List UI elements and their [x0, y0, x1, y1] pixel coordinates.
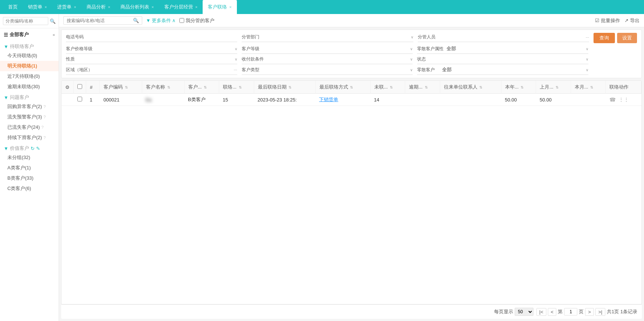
sidebar-search-icon[interactable]: 🔍	[50, 18, 56, 24]
prev-page-btn[interactable]: <	[548, 308, 557, 316]
export-btn[interactable]: ↗ 导出	[624, 17, 640, 24]
select-all-checkbox[interactable]	[77, 84, 82, 89]
customer-type-select[interactable]: ∨	[267, 68, 413, 72]
row-select-checkbox[interactable]	[77, 97, 82, 101]
col-last-month[interactable]: 上月... ⇅	[536, 81, 571, 94]
price-level-select[interactable]: ∨	[95, 47, 237, 51]
row-last-date: 2023-05-23 18:25:	[254, 94, 315, 106]
last-page-btn[interactable]: >|	[595, 308, 605, 316]
nav-close-icon[interactable]: ×	[108, 5, 110, 9]
sidebar-item-today[interactable]: 今天待联络(0)	[0, 51, 59, 61]
col-not-contacted[interactable]: 未联... ⇅	[370, 81, 405, 94]
nav-home[interactable]: 首页	[3, 0, 23, 14]
col-this-month[interactable]: 本月... ⇅	[571, 81, 606, 94]
filter-status[interactable]: 状态 ∨	[417, 56, 588, 64]
page-suffix: 页	[579, 308, 584, 315]
chevron-down-icon: ∨	[586, 68, 588, 72]
sidebar-item-type-a[interactable]: A类客户(1)	[0, 163, 59, 173]
filter-customer-type[interactable]: 客户类型 ∨	[242, 67, 413, 75]
phone-input[interactable]	[91, 35, 237, 40]
table-row: 1 000021 Ea B类客户 15 2023-05-23 18:25: 下销…	[62, 94, 641, 106]
row-type: B类客户	[184, 94, 219, 106]
retail-customer-select[interactable]: 全部 ∨	[442, 66, 588, 73]
page-input[interactable]	[564, 308, 577, 315]
query-button[interactable]: 查询	[594, 33, 615, 43]
col-checkbox[interactable]	[74, 81, 86, 94]
col-overdue[interactable]: 逾期... ⇅	[405, 81, 440, 94]
row-checkbox[interactable]	[74, 94, 86, 106]
status-select[interactable]: ∨	[442, 57, 588, 61]
more-action-icon[interactable]: ⋮⋮	[619, 97, 629, 103]
nav-close-icon[interactable]: ×	[151, 5, 154, 9]
nav-close-icon[interactable]: ×	[195, 5, 197, 9]
sidebar-item-overdue[interactable]: 逾期未联络(30)	[0, 82, 59, 92]
nav-sales[interactable]: 销货单 ×	[23, 0, 52, 14]
arrow-icon: ▼	[4, 95, 8, 100]
nature-select[interactable]: ∨	[91, 57, 237, 61]
filter-retail-customer[interactable]: 零散客户 全部 ∨	[417, 66, 588, 75]
col-name[interactable]: 客户名称 ⇅	[142, 81, 184, 94]
top-nav: 首页 销货单 × 进货单 × 商品分析 × 商品分析列表 × 客户分层经营 × …	[0, 0, 644, 14]
search-icon[interactable]: 🔍	[133, 18, 139, 23]
nav-goods-analysis[interactable]: 商品分析 ×	[81, 0, 115, 14]
nav-customer-contact[interactable]: 客户联络 ×	[203, 0, 237, 14]
more-conditions-btn[interactable]: ▼ 更多条件 ∧	[146, 17, 176, 24]
chevron-down-icon: ∨	[410, 57, 413, 61]
filter-payment[interactable]: 收付款条件 ∨	[242, 56, 413, 64]
nav-purchase[interactable]: 进货单 ×	[52, 0, 81, 14]
nav-close-icon[interactable]: ×	[74, 5, 76, 9]
sidebar-item-repurchase-abnormal[interactable]: 回购异常客户(2) ?	[0, 101, 59, 112]
payment-select[interactable]: ∨	[267, 57, 413, 61]
sidebar-item-type-c[interactable]: C类客户(6)	[0, 183, 59, 194]
col-last-date[interactable]: 最后联络日期 ⇅	[254, 81, 315, 94]
col-code[interactable]: 客户编码 ⇅	[100, 81, 142, 94]
chevron-down-icon: ∨	[410, 68, 413, 72]
nav-close-icon[interactable]: ×	[229, 5, 231, 9]
sidebar-search-input[interactable]	[3, 17, 48, 25]
reset-button[interactable]: 设置	[617, 33, 637, 43]
sidebar-item-churned[interactable]: 已流失客户(24) ?	[0, 122, 59, 132]
my-customers-check[interactable]	[179, 18, 184, 23]
nav-close-icon[interactable]: ×	[45, 5, 47, 9]
filter-row-4: 区域（地区） ··· 客户类型 ∨ 零散客户 全部 ∨	[66, 66, 637, 75]
contact-icon[interactable]: ☎	[609, 97, 616, 103]
nav-goods-analysis-list[interactable]: 商品分析列表 ×	[115, 0, 159, 14]
col-contact[interactable]: 联络... ⇅	[219, 81, 254, 94]
first-page-btn[interactable]: |<	[536, 308, 546, 316]
filter-customer-level[interactable]: 客户等级 ∨	[242, 46, 413, 54]
sidebar-item-ungrouped[interactable]: 未分组(32)	[0, 152, 59, 163]
all-customers-header[interactable]: ☰ 全部客户 «	[0, 28, 59, 41]
next-page-btn[interactable]: >	[585, 308, 594, 316]
col-unit-contact[interactable]: 往来单位联系人 ⇅	[440, 81, 501, 94]
nav-customer-tier[interactable]: 客户分层经营 ×	[159, 0, 203, 14]
chevron-icon: ∧	[172, 18, 176, 23]
customer-level-select[interactable]: ∨	[267, 47, 413, 51]
sidebar-item-churn-warning[interactable]: 流失预警客户(3) ?	[0, 112, 59, 122]
sidebar-item-7days[interactable]: 近7天待联络(0)	[0, 71, 59, 82]
retail-attr-select[interactable]: 全部 ∨	[447, 45, 588, 52]
col-settings[interactable]: ⚙	[62, 81, 74, 94]
col-type[interactable]: 客户... ⇅	[184, 81, 219, 94]
col-last-method[interactable]: 最后联络方式 ⇅	[315, 81, 370, 94]
my-customers-checkbox[interactable]: 我分管的客户	[179, 17, 214, 24]
sidebar-item-type-b[interactable]: B类客户(33)	[0, 173, 59, 183]
filter-phone: 电话号码	[66, 34, 237, 42]
filter-price-level[interactable]: 客户价格等级 ∨	[66, 46, 237, 54]
sidebar-item-declining[interactable]: 持续下滑客户(2) ?	[0, 132, 59, 143]
refresh-icon[interactable]: ↻	[31, 146, 35, 151]
dots-icon[interactable]: ···	[234, 68, 237, 72]
search-input[interactable]	[67, 18, 133, 23]
row-last-method[interactable]: 下销货单	[315, 94, 370, 106]
filter-nature[interactable]: 性质 ∨	[66, 56, 237, 64]
table-wrapper: ⚙ # 客户编码 ⇅ 客户名称 ⇅ 客户... ⇅ 联络... ⇅ 最后联络日期…	[61, 80, 642, 304]
sidebar-item-tomorrow[interactable]: 明天待联络(1)	[0, 61, 59, 71]
col-this-year[interactable]: 本年... ⇅	[501, 81, 536, 94]
dept-select[interactable]: ∨	[267, 35, 413, 39]
per-page-dropdown[interactable]: 50 100 200	[515, 308, 533, 316]
edit-icon[interactable]: ✎	[36, 146, 40, 151]
dots-icon[interactable]: ···	[586, 35, 589, 39]
filter-retail-attr[interactable]: 零散客户属性 全部 ∨	[417, 45, 588, 54]
filter-dept[interactable]: 分管部门 ∨	[242, 34, 413, 42]
sidebar: 🔍 ☰ 全部客户 « ▼ 待联络客户 今天待联络(0) 明天待联络(1) 近7天…	[0, 14, 59, 321]
batch-op-btn[interactable]: ☑ 批量操作	[595, 17, 620, 24]
